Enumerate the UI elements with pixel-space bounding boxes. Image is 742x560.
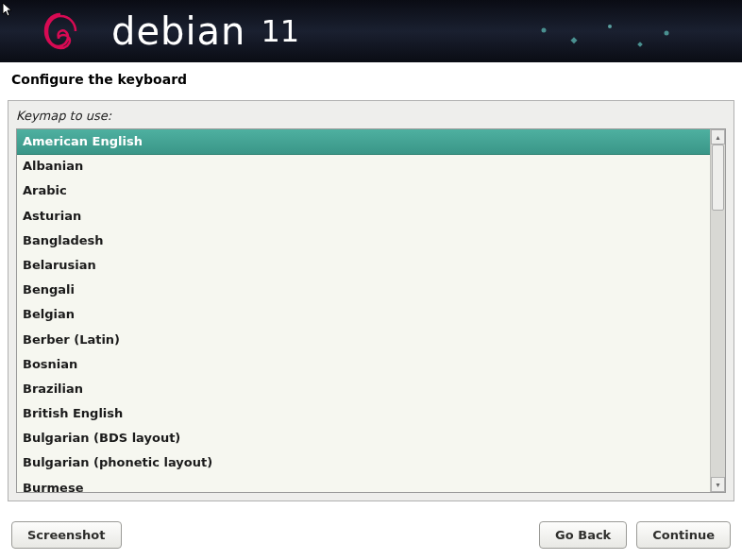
keymap-list-wrapper: American EnglishAlbanianArabicAsturianBa…	[16, 128, 726, 493]
keymap-item[interactable]: Bosnian	[17, 352, 710, 377]
svg-rect-3	[637, 42, 643, 47]
keymap-item[interactable]: American English	[17, 129, 710, 155]
scroll-track[interactable]	[711, 144, 725, 477]
debian-swirl-logo	[38, 8, 83, 54]
keymap-list[interactable]: American EnglishAlbanianArabicAsturianBa…	[17, 129, 710, 492]
keymap-item[interactable]: Bangladesh	[17, 229, 710, 253]
keymap-item[interactable]: Albanian	[17, 154, 710, 178]
keymap-item[interactable]: Brazilian	[17, 377, 710, 401]
scrollbar[interactable]: ▴ ▾	[710, 129, 725, 492]
keymap-item[interactable]: Burmese	[17, 476, 710, 492]
screenshot-button[interactable]: Screenshot	[11, 521, 122, 549]
svg-point-2	[608, 25, 612, 28]
page-title: Configure the keyboard	[0, 62, 742, 94]
keymap-item[interactable]: Belarusian	[17, 253, 710, 278]
content-frame: Keymap to use: American EnglishAlbanianA…	[8, 100, 734, 501]
svg-rect-1	[570, 37, 577, 43]
keymap-label: Keymap to use:	[8, 101, 734, 128]
button-bar: Screenshot Go Back Continue	[0, 521, 742, 549]
scroll-down-button[interactable]: ▾	[711, 477, 725, 492]
keymap-item[interactable]: Berber (Latin)	[17, 328, 710, 352]
keymap-item[interactable]: Arabic	[17, 178, 710, 203]
brand-name: debian	[111, 9, 245, 53]
keymap-item[interactable]: Asturian	[17, 204, 710, 229]
svg-point-0	[542, 28, 547, 33]
scroll-thumb[interactable]	[712, 144, 724, 211]
installer-header: debian 11	[0, 0, 742, 62]
keymap-item[interactable]: Bulgarian (phonetic layout)	[17, 450, 710, 475]
continue-button[interactable]: Continue	[636, 521, 731, 549]
brand-version: 11	[261, 13, 299, 49]
svg-point-4	[665, 31, 669, 36]
scroll-up-button[interactable]: ▴	[711, 129, 725, 144]
keymap-item[interactable]: British English	[17, 401, 710, 426]
keymap-item[interactable]: Bengali	[17, 278, 710, 302]
keymap-item[interactable]: Bulgarian (BDS layout)	[17, 426, 710, 450]
go-back-button[interactable]: Go Back	[539, 521, 627, 549]
header-decoration	[515, 19, 685, 59]
keymap-item[interactable]: Belgian	[17, 302, 710, 327]
